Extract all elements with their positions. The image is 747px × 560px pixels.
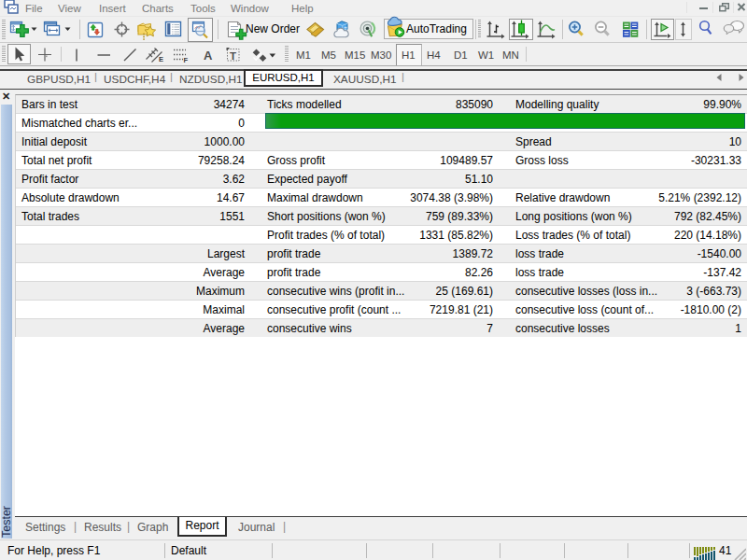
svg-text:F: F bbox=[184, 56, 189, 64]
svg-text:A: A bbox=[204, 49, 213, 63]
svg-text:E: E bbox=[159, 55, 163, 63]
svg-text:T: T bbox=[230, 50, 236, 62]
